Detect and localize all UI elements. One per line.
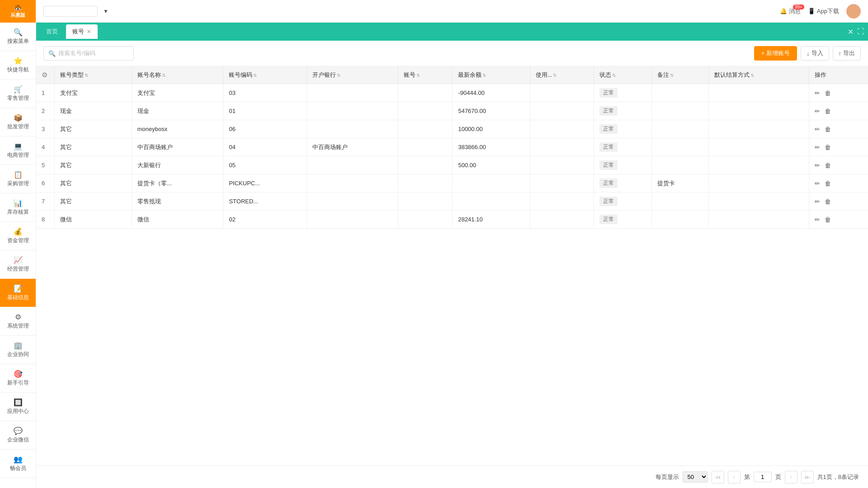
- table-header: ⚙ 账号类型⇅ 账号名称⇅ 账号编码⇅ 开户银行⇅ 账号⇅ 最新余额⇅ 使用..…: [36, 66, 868, 84]
- edit-button[interactable]: ✏: [815, 144, 820, 151]
- prev-page-button[interactable]: ‹: [728, 471, 741, 483]
- row-name: 支付宝: [132, 84, 223, 102]
- row-bank: 中百商场账户: [307, 138, 398, 156]
- app-download-button[interactable]: 📱 App下载: [808, 7, 839, 15]
- page-input[interactable]: [754, 472, 772, 482]
- sidebar-label-wholesale: 批发管理: [2, 123, 34, 131]
- sidebar-item-retail[interactable]: 🛒零售管理: [0, 80, 36, 108]
- edit-button[interactable]: ✏: [815, 89, 820, 97]
- sidebar-item-wholesale[interactable]: 📦批发管理: [0, 108, 36, 136]
- row-note: [651, 102, 708, 120]
- tab-account[interactable]: 账号 ✕: [66, 24, 98, 39]
- edit-button[interactable]: ✏: [815, 126, 820, 133]
- sidebar-item-search[interactable]: 🔍搜索菜单: [0, 23, 36, 51]
- sidebar-item-system[interactable]: ⚙系统管理: [0, 307, 36, 336]
- tab-expand-icon[interactable]: ⛶: [857, 28, 864, 36]
- delete-button[interactable]: 🗑: [825, 180, 831, 187]
- topbar-right: 🔔 消息 99+ 📱 App下载: [780, 4, 861, 19]
- sidebar-item-purchase[interactable]: 📋采购管理: [0, 165, 36, 193]
- sidebar-item-guide[interactable]: 🎯新手引导: [0, 364, 36, 393]
- row-name: 提货卡（零...: [132, 174, 223, 192]
- col-name-label: 账号名称: [137, 71, 161, 78]
- col-status[interactable]: 状态⇅: [594, 66, 652, 84]
- col-account[interactable]: 账号⇅: [398, 66, 453, 84]
- page-size-label: 每页显示: [656, 473, 679, 481]
- col-code[interactable]: 账号编码⇅: [223, 66, 307, 84]
- sort-icon: ⇅: [253, 73, 257, 78]
- edit-button[interactable]: ✏: [815, 216, 820, 223]
- sidebar-item-quick[interactable]: ⭐快捷导航: [0, 51, 36, 80]
- chevron-down-icon: ▼: [103, 8, 108, 14]
- row-actions: ✏ 🗑: [809, 211, 868, 229]
- delete-button[interactable]: 🗑: [825, 198, 831, 205]
- sidebar-item-ecommerce[interactable]: 💻电商管理: [0, 136, 36, 165]
- sidebar-item-appcenter[interactable]: 🔲应用中心: [0, 393, 36, 421]
- edit-button[interactable]: ✏: [815, 198, 820, 205]
- topbar-dropdown[interactable]: ▼: [103, 8, 108, 14]
- delete-button[interactable]: 🗑: [825, 126, 831, 133]
- tab-home[interactable]: 首页: [40, 24, 64, 39]
- col-bank[interactable]: 开户银行⇅: [307, 66, 398, 84]
- sidebar-icon-retail: 🛒: [2, 85, 34, 94]
- import-label: 导入: [811, 49, 823, 57]
- tab-account-close[interactable]: ✕: [87, 28, 91, 35]
- row-usage: [530, 84, 594, 102]
- row-name: 大新银行: [132, 156, 223, 174]
- delete-button[interactable]: 🗑: [825, 162, 831, 169]
- edit-button[interactable]: ✏: [815, 180, 820, 187]
- content-area: 🔍 搜索名号/编码 + 新增账号 ↓ 导入 ↑ 导出: [36, 41, 868, 488]
- delete-button[interactable]: 🗑: [825, 108, 831, 115]
- last-page-button[interactable]: ⏭: [801, 471, 814, 483]
- edit-button[interactable]: ✏: [815, 162, 820, 169]
- col-name[interactable]: 账号名称⇅: [132, 66, 223, 84]
- table-row: 6 其它 提货卡（零... PICKUPC... 正常 提货卡 ✏ 🗑: [36, 174, 868, 192]
- row-no: 7: [36, 192, 54, 211]
- first-page-button[interactable]: ⏮: [712, 471, 724, 483]
- msg-button[interactable]: 🔔 消息 99+: [780, 7, 801, 15]
- row-code: 04: [223, 138, 307, 156]
- row-balance: 10000.00: [453, 120, 530, 138]
- toolbar-left: 🔍 搜索名号/编码: [43, 46, 134, 61]
- sidebar-item-enterprise[interactable]: 🏢企业协同: [0, 336, 36, 364]
- sort-icon: ⇅: [416, 73, 420, 78]
- sidebar-item-member[interactable]: 👥畅会员: [0, 450, 36, 478]
- table-row: 7 其它 零售抵现 STORED... 正常 ✏ 🗑: [36, 192, 868, 211]
- sidebar-item-basic[interactable]: 📝基础信息: [0, 279, 36, 307]
- add-account-button[interactable]: + 新增账号: [754, 46, 797, 61]
- edit-button[interactable]: ✏: [815, 108, 820, 115]
- phone-icon: 📱: [808, 8, 815, 14]
- toolbar: 🔍 搜索名号/编码 + 新增账号 ↓ 导入 ↑ 导出: [36, 41, 868, 66]
- sidebar-icon-finance: 💰: [2, 227, 34, 236]
- col-note[interactable]: 备注⇅: [651, 66, 708, 84]
- row-bank: [307, 211, 398, 229]
- page-size-select[interactable]: 50 100 200: [683, 471, 708, 483]
- topbar-search-input[interactable]: [43, 6, 98, 17]
- col-type[interactable]: 账号类型⇅: [54, 66, 132, 84]
- bell-icon: 🔔: [780, 8, 787, 14]
- sidebar-item-inventory[interactable]: 📊库存核算: [0, 193, 36, 222]
- row-actions: ✏ 🗑: [809, 192, 868, 211]
- row-usage: [530, 211, 594, 229]
- table-row: 2 现金 现金 01 547670.00 正常 ✏ 🗑: [36, 102, 868, 120]
- col-balance[interactable]: 最新余额⇅: [453, 66, 530, 84]
- export-button[interactable]: ↑ 导出: [833, 46, 861, 61]
- row-name: 现金: [132, 102, 223, 120]
- user-avatar[interactable]: [846, 4, 861, 19]
- col-settings[interactable]: ⚙: [36, 66, 54, 84]
- row-actions: ✏ 🗑: [809, 174, 868, 192]
- next-page-button[interactable]: ›: [785, 471, 797, 483]
- col-usage[interactable]: 使用...⇅: [530, 66, 594, 84]
- row-actions: ✏ 🗑: [809, 138, 868, 156]
- delete-button[interactable]: 🗑: [825, 89, 831, 97]
- search-box[interactable]: 🔍 搜索名号/编码: [43, 46, 134, 61]
- tab-close-all-icon[interactable]: ✕: [848, 28, 854, 36]
- import-button[interactable]: ↓ 导入: [801, 46, 829, 61]
- row-type: 微信: [54, 211, 132, 229]
- col-bank-label: 开户银行: [312, 71, 336, 78]
- delete-button[interactable]: 🗑: [825, 216, 831, 223]
- sidebar-item-wechat[interactable]: 💬企业微信: [0, 421, 36, 450]
- col-default-payment[interactable]: 默认结算方式⇅: [708, 66, 809, 84]
- sidebar-item-operation[interactable]: 📈经营管理: [0, 250, 36, 279]
- delete-button[interactable]: 🗑: [825, 144, 831, 151]
- sidebar-item-finance[interactable]: 💰资金管理: [0, 222, 36, 250]
